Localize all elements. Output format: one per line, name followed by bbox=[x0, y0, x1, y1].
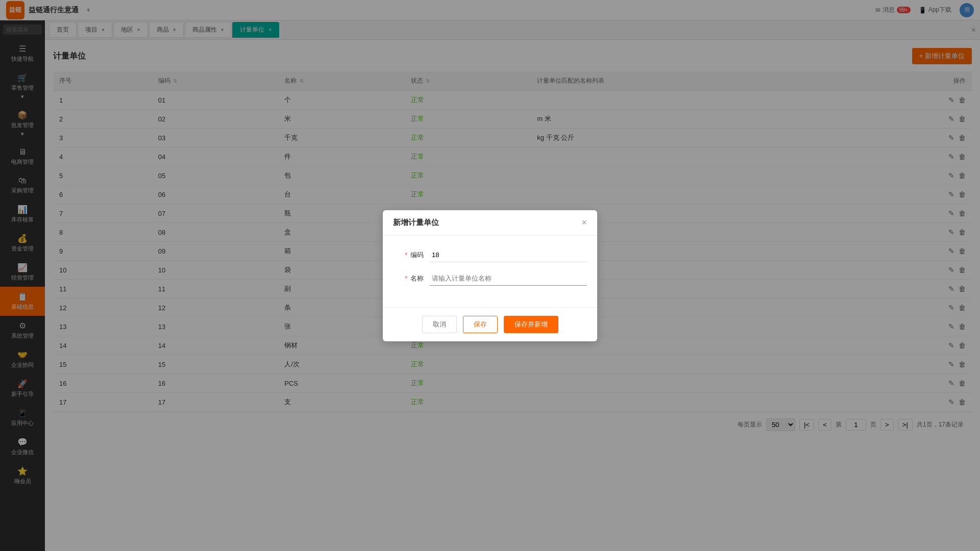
modal-body: * 编码 * 名称 bbox=[383, 236, 597, 307]
save-and-new-button[interactable]: 保存并新增 bbox=[504, 316, 558, 333]
name-label: * 名称 bbox=[393, 274, 424, 283]
modal-close-button[interactable]: × bbox=[581, 217, 587, 228]
modal-footer: 取消 保存 保存并新增 bbox=[383, 307, 597, 341]
add-unit-modal: 新增计量单位 × * 编码 * 名称 取消 保存 保存并新增 bbox=[383, 210, 597, 341]
code-form-row: * 编码 bbox=[393, 248, 587, 262]
name-form-row: * 名称 bbox=[393, 271, 587, 286]
modal-header: 新增计量单位 × bbox=[383, 210, 597, 236]
modal-overlay: 新增计量单位 × * 编码 * 名称 取消 保存 保存并新增 bbox=[0, 0, 980, 551]
modal-title: 新增计量单位 bbox=[393, 218, 439, 228]
code-required-mark: * bbox=[405, 251, 407, 259]
code-label: * 编码 bbox=[393, 251, 424, 260]
code-input[interactable] bbox=[430, 248, 587, 262]
name-required-mark: * bbox=[405, 274, 407, 282]
name-input[interactable] bbox=[430, 271, 587, 286]
cancel-button[interactable]: 取消 bbox=[422, 316, 457, 333]
save-button[interactable]: 保存 bbox=[463, 316, 498, 333]
